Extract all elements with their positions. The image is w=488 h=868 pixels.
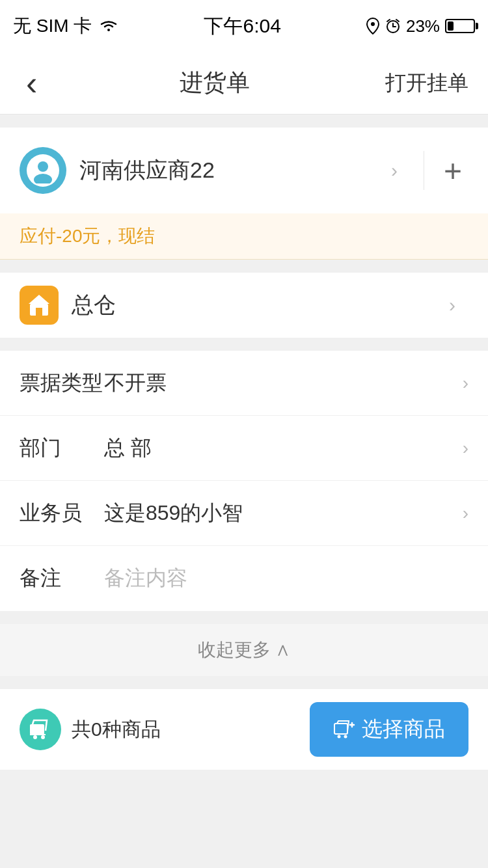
svg-point-17 — [344, 735, 347, 739]
svg-line-4 — [387, 20, 390, 21]
department-chevron-icon: › — [463, 438, 468, 459]
remark-input[interactable]: 备注内容 — [104, 564, 468, 593]
person-icon — [30, 157, 56, 183]
svg-point-6 — [38, 161, 48, 172]
supplier-avatar — [20, 147, 66, 194]
svg-point-16 — [338, 735, 341, 739]
page-title: 进货单 — [180, 67, 250, 99]
warehouse-row[interactable]: 总仓 › — [0, 273, 488, 338]
avatar-inner — [27, 154, 59, 187]
back-button[interactable]: ‹ — [20, 57, 44, 109]
remark-label: 备注 — [20, 564, 104, 593]
form-section: 票据类型 不开票 › 部门 总 部 › 业务员 这是859的小智 › 备注 备注… — [0, 351, 488, 611]
vertical-divider — [424, 151, 424, 190]
warehouse-chevron-icon: › — [449, 294, 455, 316]
invoice-label: 票据类型 — [20, 369, 104, 398]
collapse-row[interactable]: 收起更多 ∧ — [0, 624, 488, 676]
salesperson-chevron-icon: › — [463, 503, 468, 524]
status-time: 下午6:04 — [204, 13, 280, 40]
cart-icon — [29, 718, 52, 741]
svg-rect-11 — [30, 724, 44, 735]
form-row-department[interactable]: 部门 总 部 › — [0, 416, 488, 481]
warehouse-section: 总仓 › — [0, 273, 488, 338]
location-icon — [366, 18, 380, 34]
supplier-chevron-icon: › — [391, 159, 398, 182]
form-row-invoice[interactable]: 票据类型 不开票 › — [0, 351, 488, 416]
product-count-text: 共0种商品 — [72, 716, 161, 743]
main-content: 河南供应商22 › + 应付-20元，现结 总仓 › 票据类型 不开票 › — [0, 115, 488, 868]
collapse-label: 收起更多 ∧ — [198, 638, 291, 662]
product-count-wrap: 共0种商品 — [20, 709, 161, 750]
svg-rect-10 — [36, 308, 42, 316]
bottom-bar: 共0种商品 选择商品 — [0, 689, 488, 770]
battery-icon — [445, 19, 475, 33]
wifi-icon — [98, 18, 119, 34]
department-value: 总 部 — [104, 434, 463, 463]
svg-point-0 — [371, 22, 375, 26]
alarm-icon — [385, 18, 401, 34]
department-label: 部门 — [20, 434, 104, 463]
carrier-text: 无 SIM 卡 — [13, 14, 92, 38]
status-right: 23% — [366, 16, 475, 36]
open-pending-button[interactable]: 打开挂单 — [385, 69, 468, 98]
status-carrier: 无 SIM 卡 — [13, 14, 119, 38]
select-product-button[interactable]: 选择商品 — [310, 702, 468, 757]
svg-point-13 — [41, 735, 45, 739]
status-bar: 无 SIM 卡 下午6:04 23% — [0, 0, 488, 52]
select-product-label: 选择商品 — [362, 715, 445, 744]
supplier-name: 河南供应商22 — [79, 156, 391, 185]
supplier-notice: 应付-20元，现结 — [0, 213, 488, 260]
salesperson-value: 这是859的小智 — [104, 499, 463, 528]
add-supplier-button[interactable]: + — [437, 153, 468, 189]
divider-1 — [0, 115, 488, 128]
supplier-section[interactable]: 河南供应商22 › + — [0, 128, 488, 213]
select-product-icon — [333, 720, 355, 739]
form-row-remark[interactable]: 备注 备注内容 — [0, 546, 488, 611]
warehouse-icon-wrap — [20, 286, 59, 325]
invoice-value: 不开票 — [104, 369, 463, 398]
form-row-salesperson[interactable]: 业务员 这是859的小智 › — [0, 481, 488, 546]
cart-icon-wrap — [20, 709, 61, 750]
svg-point-12 — [33, 735, 37, 739]
salesperson-label: 业务员 — [20, 499, 104, 528]
supplier-row[interactable]: 河南供应商22 › — [20, 128, 411, 213]
svg-line-5 — [396, 20, 399, 21]
invoice-chevron-icon: › — [463, 373, 468, 394]
svg-marker-9 — [29, 295, 49, 304]
nav-bar: ‹ 进货单 打开挂单 — [0, 52, 488, 115]
warehouse-icon — [27, 293, 51, 317]
warehouse-name: 总仓 — [72, 290, 449, 320]
svg-point-7 — [34, 174, 52, 183]
battery-percent: 23% — [406, 16, 440, 36]
svg-rect-15 — [334, 724, 347, 734]
